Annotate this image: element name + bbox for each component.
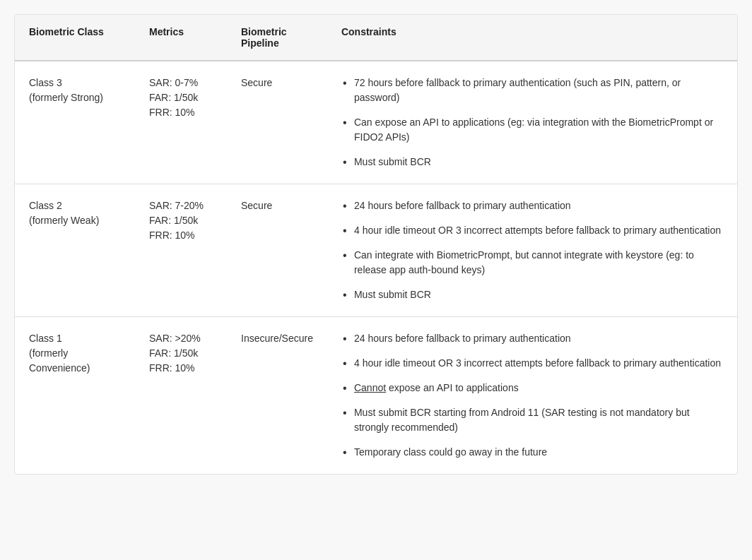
header-metrics: Metrics — [135, 15, 227, 61]
constraint-item-1-3: Must submit BCR — [341, 287, 723, 302]
cell-metrics-1: SAR: 7-20% FAR: 1/50k FRR: 10% — [135, 184, 227, 317]
constraint-item-0-2: Must submit BCR — [341, 155, 723, 169]
constraints-list-2: 24 hours before fallback to primary auth… — [341, 331, 723, 460]
cell-constraints-1: 24 hours before fallback to primary auth… — [327, 184, 737, 317]
cell-pipeline-2: Insecure/Secure — [227, 317, 327, 475]
constraint-text-after-2-2: expose an API to applications — [386, 382, 519, 393]
table-header-row: Biometric Class Metrics Biometric Pipeli… — [15, 15, 737, 61]
constraint-item-1-2: Can integrate with BiometricPrompt, but … — [341, 248, 723, 278]
cell-class-1: Class 2 (formerly Weak) — [15, 184, 135, 317]
constraint-item-2-0: 24 hours before fallback to primary auth… — [341, 331, 723, 346]
constraint-underline-text-2-2: Cannot — [354, 382, 386, 393]
header-constraints: Constraints — [327, 15, 737, 61]
cell-metrics-2: SAR: >20% FAR: 1/50k FRR: 10% — [135, 317, 227, 475]
cell-metrics-0: SAR: 0-7% FAR: 1/50k FRR: 10% — [135, 61, 227, 184]
cell-class-2: Class 1 (formerly Convenience) — [15, 317, 135, 475]
header-biometric-class: Biometric Class — [15, 15, 135, 61]
constraints-list-1: 24 hours before fallback to primary auth… — [341, 198, 723, 302]
cell-pipeline-1: Secure — [227, 184, 327, 317]
biometric-table: Biometric Class Metrics Biometric Pipeli… — [14, 14, 738, 475]
constraint-item-0-0: 72 hours before fallback to primary auth… — [341, 76, 723, 105]
constraint-item-2-4: Temporary class could go away in the fut… — [341, 445, 723, 460]
table-row: Class 3 (formerly Strong)SAR: 0-7% FAR: … — [15, 61, 737, 184]
constraints-list-0: 72 hours before fallback to primary auth… — [341, 76, 723, 169]
table-row: Class 1 (formerly Convenience)SAR: >20% … — [15, 317, 737, 475]
cell-class-0: Class 3 (formerly Strong) — [15, 61, 135, 184]
constraint-item-0-1: Can expose an API to applications (eg: v… — [341, 115, 723, 145]
constraint-item-2-3: Must submit BCR starting from Android 11… — [341, 405, 723, 435]
table-row: Class 2 (formerly Weak)SAR: 7-20% FAR: 1… — [15, 184, 737, 317]
constraint-item-2-1: 4 hour idle timeout OR 3 incorrect attem… — [341, 356, 723, 371]
cell-constraints-0: 72 hours before fallback to primary auth… — [327, 61, 737, 184]
header-biometric-pipeline: Biometric Pipeline — [227, 15, 327, 61]
cell-constraints-2: 24 hours before fallback to primary auth… — [327, 317, 737, 475]
constraint-item-1-0: 24 hours before fallback to primary auth… — [341, 198, 723, 213]
cell-pipeline-0: Secure — [227, 61, 327, 184]
constraint-item-1-1: 4 hour idle timeout OR 3 incorrect attem… — [341, 223, 723, 238]
constraint-item-2-2: Cannot expose an API to applications — [341, 381, 723, 395]
